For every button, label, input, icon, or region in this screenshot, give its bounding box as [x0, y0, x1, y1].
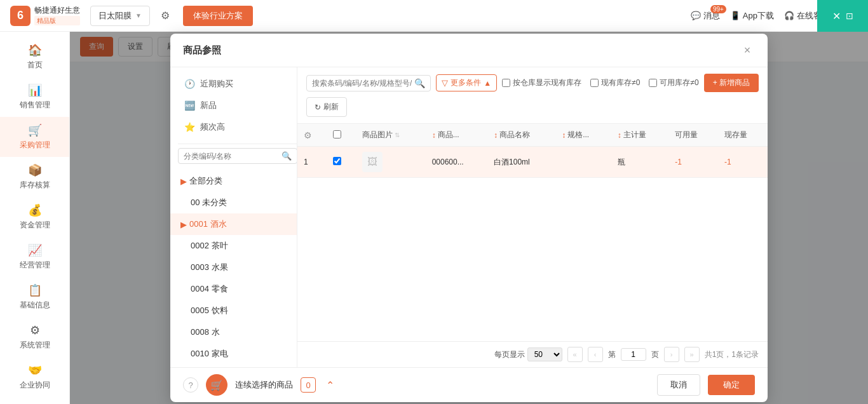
collapse-icon[interactable]: ⌃ [326, 379, 334, 391]
page-label2: 页 [651, 349, 659, 360]
logo-icon: 6 [10, 6, 31, 26]
page-prev-btn[interactable]: ‹ [588, 347, 603, 362]
teal-close-icon[interactable]: ✕ [832, 10, 841, 22]
category-search-icon[interactable]: 🔍 [281, 151, 292, 161]
product-table-wrap: ⚙ 商品图片 ⇅ [297, 124, 768, 341]
col-available: 可用量 [668, 124, 718, 147]
sidebar-item-guide[interactable]: 🎯 新手引导 [0, 397, 69, 404]
sidebar-label: 系统管理 [20, 340, 50, 351]
cell-unit: 瓶 [611, 147, 668, 178]
add-product-btn[interactable]: + 新增商品 [704, 74, 759, 92]
trial-btn[interactable]: 体验行业方案 [183, 6, 253, 26]
checkbox-group: 按仓库显示现有库存 现有库存≠0 可用库存≠0 [502, 77, 699, 88]
sidebar-label: 经营管理 [20, 260, 50, 271]
help-icon[interactable]: ? [183, 377, 198, 393]
category-00[interactable]: 00 未分类 [170, 192, 297, 213]
app-download-nav-item[interactable]: 📱 App下载 [730, 10, 774, 22]
sidebar-label: 采购管理 [20, 140, 50, 151]
col-code[interactable]: ↕ 商品... [426, 124, 487, 147]
enterprise-icon: 🤝 [28, 363, 42, 377]
sidebar-item-inventory[interactable]: 📦 库存核算 [0, 157, 69, 197]
category-0003[interactable]: 0003 水果 [170, 257, 297, 278]
filter-btn[interactable]: ▽ 更多条件 ▲ [436, 74, 497, 91]
teal-area: ✕ ⊡ [817, 0, 868, 32]
sidebar-item-finance[interactable]: 💰 资金管理 [0, 197, 69, 237]
sidebar: 🏠 首页 📊 销售管理 🛒 采购管理 📦 库存核算 💰 资金管理 📈 经营管理 … [0, 32, 70, 404]
logo-text: 畅捷通好生意 精品版 [34, 6, 80, 25]
col-spec[interactable]: ↕ 规格... [555, 124, 611, 147]
category-search[interactable]: 🔍 [178, 148, 297, 164]
inventory-icon: 📦 [28, 163, 42, 177]
modal-left-panel: 🕐 近期购买 🆕 新品 ⭐ 频次高 [170, 67, 297, 367]
page-total: 共1页，1条记录 [705, 349, 759, 360]
category-search-input[interactable] [184, 152, 279, 161]
logo: 6 畅捷通好生意 精品版 [10, 6, 80, 26]
cell-code: 000600... [426, 147, 487, 178]
col-gear[interactable]: ⚙ [297, 124, 327, 147]
category-all[interactable]: ▶ 全部分类 [170, 170, 297, 192]
sales-icon: 📊 [28, 83, 42, 97]
tab-high-frequency[interactable]: ⭐ 频次高 [178, 117, 289, 137]
category-0010[interactable]: 0010 家电 [170, 343, 297, 365]
sidebar-item-purchase[interactable]: 🛒 采购管理 [0, 117, 69, 157]
product-thumbnail: 🖼 [362, 152, 383, 172]
category-0001[interactable]: ▶ 0001 酒水 [170, 213, 297, 235]
page-size-dropdown[interactable]: 50 100 200 [527, 347, 562, 361]
cell-check[interactable] [327, 147, 356, 178]
category-arrow-all: ▶ [180, 177, 187, 186]
category-0002[interactable]: 0002 茶叶 [170, 235, 297, 257]
selected-count: 0 [301, 377, 316, 393]
page-next-btn[interactable]: › [664, 347, 679, 362]
col-unit[interactable]: ↕ 主计量 [611, 124, 668, 147]
sort-arrow-code: ↕ [432, 131, 436, 140]
col-check[interactable] [327, 124, 356, 147]
cell-stock: -1 [718, 147, 768, 178]
select-all-checkbox[interactable] [333, 130, 341, 138]
table-row[interactable]: 1 🖼 000600... 白酒100ml [297, 147, 768, 178]
messages-nav-item[interactable]: 💬 消息 99+ [691, 10, 720, 22]
sidebar-label: 库存核算 [20, 180, 50, 191]
refresh-btn[interactable]: ↻ 刷新 [306, 97, 347, 117]
category-0005[interactable]: 0005 饮料 [170, 300, 297, 321]
sidebar-item-system[interactable]: ⚙ 系统管理 [0, 317, 69, 357]
checkbox-available-nonzero[interactable]: 可用库存≠0 [649, 77, 698, 88]
sidebar-item-basic[interactable]: 📋 基础信息 [0, 277, 69, 317]
page-first-btn[interactable]: « [567, 347, 583, 362]
category-0008[interactable]: 0008 水 [170, 321, 297, 343]
checkbox-by-warehouse[interactable]: 按仓库显示现有库存 [502, 77, 581, 88]
selected-label: 连续选择的商品 [235, 379, 293, 391]
col-stock: 现存量 [718, 124, 768, 147]
sidebar-item-operation[interactable]: 📈 经营管理 [0, 237, 69, 277]
modal-close-btn[interactable]: × [740, 43, 755, 58]
sidebar-item-sales[interactable]: 📊 销售管理 [0, 77, 69, 117]
page-last-btn[interactable]: » [684, 347, 700, 362]
product-search-icon[interactable]: 🔍 [414, 78, 425, 88]
sort-icon: ⇅ [395, 131, 400, 138]
page-size-select: 每页显示 50 100 200 [494, 347, 562, 361]
sidebar-item-enterprise[interactable]: 🤝 企业协同 [0, 357, 69, 397]
tab-recent-purchase[interactable]: 🕐 近期购买 [178, 74, 289, 94]
settings-icon[interactable]: ⚙ [155, 6, 175, 26]
cancel-btn[interactable]: 取消 [657, 374, 700, 396]
sort-arrow-unit: ↕ [618, 131, 621, 140]
gear-icon[interactable]: ⚙ [304, 130, 312, 140]
tab-new-products[interactable]: 🆕 新品 [178, 95, 289, 116]
new-icon: 🆕 [184, 100, 195, 111]
confirm-btn[interactable]: 确定 [708, 375, 755, 395]
checkbox-stock-nonzero[interactable]: 现有库存≠0 [590, 77, 640, 88]
product-search-input[interactable] [312, 79, 412, 88]
store-selector[interactable]: 日太阳膜 ▼ [90, 6, 150, 26]
product-search-box[interactable]: 🔍 [306, 75, 431, 91]
category-0004[interactable]: 0004 零食 [170, 278, 297, 300]
message-badge: 99+ [710, 5, 726, 13]
cell-available: -1 [668, 147, 718, 178]
store-name: 日太阳膜 [98, 10, 132, 22]
category-list: ▶ 全部分类 00 未分类 ▶ 0001 酒水 [170, 168, 297, 367]
col-image: 商品图片 ⇅ [356, 124, 426, 147]
col-name[interactable]: ↕ 商品名称 [487, 124, 555, 147]
sidebar-item-home[interactable]: 🏠 首页 [0, 37, 69, 77]
page-number-input[interactable] [621, 348, 646, 361]
teal-expand-icon[interactable]: ⊡ [846, 11, 853, 21]
finance-icon: 💰 [28, 203, 42, 217]
cart-icon[interactable]: 🛒 [206, 374, 227, 396]
